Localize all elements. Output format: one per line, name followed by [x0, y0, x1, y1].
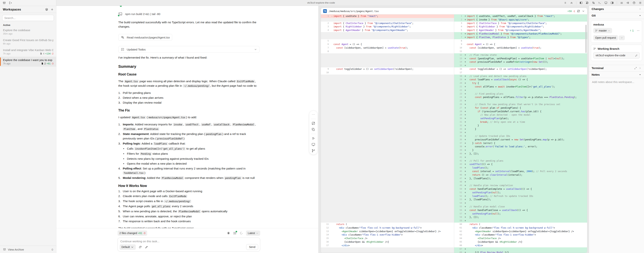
diff-row: 16 {sidebarOpen && <RightSidebar />}65 {… — [321, 240, 587, 244]
inline-code: ExitPlanMode — [168, 195, 187, 198]
chat-panel: npm run build 2>&1 | tail -80The build c… — [56, 6, 318, 253]
list-item: 3.Display the plan review modal — [118, 100, 260, 105]
open-pr-button[interactable]: Open pull request — [593, 35, 618, 40]
monitor-icon[interactable] — [312, 143, 315, 146]
edit-pencil-icon[interactable] — [635, 54, 638, 57]
copy-icon[interactable] — [312, 128, 315, 132]
tool-call-chip[interactable]: Read medusa/src/pages/Agent.tsx — [118, 34, 172, 41]
menu-icon[interactable] — [620, 1, 623, 4]
notes-placeholder[interactable]: Add notes about this workspace... — [589, 78, 644, 86]
panel-right-icon[interactable] — [610, 1, 614, 4]
git-label: Git — [592, 14, 596, 17]
section-git[interactable]: Git — [589, 12, 644, 19]
diff-row: 2import { ChatInterface } from "@/compon… — [321, 22, 587, 25]
diff-row: 14+ const previousPlanIdsRef = useRef<Se… — [321, 60, 587, 64]
layers-icon[interactable] — [45, 8, 48, 11]
terminal-sm-icon[interactable] — [598, 1, 601, 4]
todos-button[interactable] — [233, 232, 236, 235]
inline-code: PlanReviewModal — [232, 123, 255, 126]
attach-icon[interactable] — [139, 246, 142, 249]
workspace-item[interactable]: Create Good First Issues on Github So p … — [0, 37, 56, 47]
branch-select[interactable]: master — [593, 28, 612, 33]
diff-row: 57+ setPendingPlan(null); — [321, 212, 587, 216]
diff-row: 9 const toggleSidebar = () => setSidebar… — [321, 68, 587, 71]
pause-icon[interactable] — [564, 1, 567, 4]
help-icon[interactable] — [632, 1, 636, 4]
archive-icon[interactable] — [3, 1, 6, 4]
spark-icon[interactable] — [227, 232, 230, 235]
assistant-paragraph: I've implemented the fix. Here's a summa… — [118, 55, 260, 60]
working-branch-field[interactable] — [593, 52, 640, 58]
diff-row: 38+ console.error('Failed to load plans:… — [321, 145, 587, 148]
section-heading: Summary — [118, 64, 260, 69]
message-input-box[interactable]: Default Send — [118, 238, 260, 252]
previous-item-indicator — [120, 6, 122, 7]
more-icon[interactable] — [312, 112, 315, 116]
changes-label: Changes — [592, 7, 604, 11]
expand-icon[interactable] — [634, 67, 637, 70]
diff-row: 26+ // Check for new pending plans that … — [321, 103, 587, 106]
model-select[interactable]: Default — [120, 244, 136, 250]
view-archive-button[interactable]: View Archive 0 — [0, 246, 56, 253]
section-terminal[interactable]: Terminal — [589, 65, 644, 72]
terminal-label: Terminal — [592, 66, 604, 70]
active-section-label: Active — [3, 24, 53, 26]
sidebar-top-toolbar — [0, 0, 56, 6]
todos-collapsible[interactable]: Updated Todos — [118, 46, 260, 53]
list-item: 1.Imports: Added necessary imports for i… — [118, 122, 260, 131]
diff-scrollbar-thumb[interactable] — [586, 25, 586, 53]
diff-file-header[interactable]: TS /medusa/medusa/src/pages/Agent.tsx +5… — [321, 8, 587, 14]
version-select[interactable]: Latest — [246, 230, 260, 236]
plus-icon[interactable] — [50, 8, 54, 11]
workspace-item[interactable]: Install and integrate Vibe Kanban Web C … — [0, 47, 56, 57]
list-item: 1.Poll for pending plans — [118, 91, 260, 95]
diff-row: 22+ — [321, 88, 587, 92]
composer: 2 files changed +61 -3 — [56, 228, 318, 253]
diff-row: 19+ const loadPlans = useCallback(async … — [321, 78, 587, 82]
todos-status-dot — [236, 231, 237, 232]
chat-scroll-area[interactable]: npm run build 2>&1 | tail -80The build c… — [56, 6, 318, 228]
pen-icon[interactable] — [145, 246, 148, 249]
workspace-item[interactable]: Explore the codebase I want you to exp 7… — [0, 57, 56, 67]
diff-row: 53+ }, [loadPlans]); — [321, 198, 587, 202]
diff-file-path: /medusa/medusa/src/pages/Agent.tsx — [329, 10, 379, 12]
list-item: 2.Claude enters plan mode and calls Exit… — [118, 194, 260, 198]
working-branch-input[interactable] — [595, 54, 635, 57]
git-compare-icon[interactable] — [592, 1, 595, 4]
list-item: •Detects new plans by comparing against … — [118, 156, 260, 161]
diff-row: 7+import { PlanItem, PlanStatus } from "… — [321, 36, 587, 39]
collapse-icon[interactable] — [570, 1, 573, 4]
sign-out-icon[interactable] — [9, 1, 12, 4]
diff-row: 15+ — [321, 64, 587, 68]
lines-added: +61 — [138, 232, 142, 234]
section-notes[interactable]: Notes — [589, 72, 644, 78]
send-button[interactable]: Send — [246, 244, 258, 250]
chat-bubble-icon[interactable] — [586, 1, 589, 4]
git-branch-icon[interactable] — [312, 149, 315, 152]
inline-code: ExitPlanMode — [236, 80, 255, 83]
tool-call-row[interactable]: npm run build 2>&1 | tail -80 — [118, 12, 260, 16]
diff-row: 46+ return () => clearInterval(interval)… — [321, 173, 587, 177]
diff-view-icon[interactable] — [577, 10, 580, 12]
megaphone-icon[interactable] — [626, 1, 629, 4]
workspace-item[interactable]: Explore the codebase 35m ago — [0, 27, 56, 37]
section-changes[interactable]: Changes — [589, 6, 644, 12]
settings-icon[interactable] — [639, 1, 642, 4]
inline-code: ~/.medusa/pending/ — [183, 84, 210, 88]
monitor-icon[interactable] — [604, 1, 608, 4]
panel-left-icon[interactable] — [580, 1, 582, 4]
inline-code: PlanItem — [123, 128, 136, 131]
more-options-icon[interactable] — [637, 29, 640, 32]
chevron-down-icon[interactable] — [582, 10, 585, 12]
inline-code: TaskDetail.tsx — [123, 171, 144, 174]
list-item: 7.The response is written back and the h… — [118, 219, 260, 223]
list-item: 4.The Agent page polls get_all_plans eve… — [118, 204, 260, 208]
files-changed-chip[interactable]: 2 files changed +61 -3 — [118, 230, 147, 236]
diff-ic-icon[interactable] — [312, 122, 315, 125]
diff-row: 37+ } catch (error) { — [321, 142, 587, 145]
inline-code: useEffect — [185, 123, 200, 126]
diff-row: 45+ const interval = setInterval(loadPla… — [321, 170, 587, 173]
play-icon[interactable] — [312, 136, 315, 140]
pr-dropdown-button[interactable] — [619, 36, 625, 40]
search-input[interactable] — [2, 15, 54, 21]
